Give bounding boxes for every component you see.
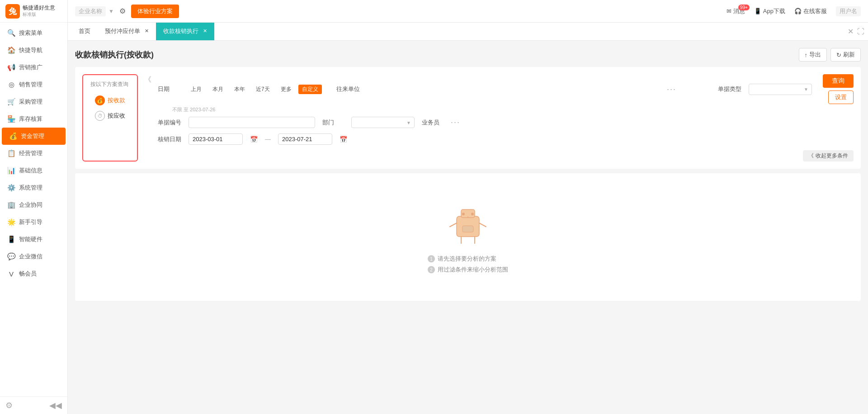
member-icon: V: [7, 270, 15, 278]
tab-receivable-label: 收款核销执行: [163, 27, 198, 35]
sidebar-item-label: 资金管理: [21, 132, 44, 140]
calendar-start-icon[interactable]: 📅: [250, 136, 258, 143]
logo-text: 畅捷通好生意: [23, 5, 55, 12]
expand-tab-button[interactable]: ⛶: [857, 28, 864, 36]
inventory-icon: 🏪: [7, 115, 15, 123]
filter-row-3: 核销日期 📅 — 📅: [158, 133, 854, 145]
solution-button[interactable]: 体验行业方案: [131, 5, 179, 18]
wechat-icon: 💬: [7, 252, 15, 261]
date-hint: 不限 至 2023-07-26: [172, 107, 215, 112]
app-download-button[interactable]: 📱 App下载: [754, 7, 785, 15]
tab-prepay[interactable]: 预付冲应付单 ✕: [98, 23, 156, 40]
tab-receivable[interactable]: 收款核销执行 ✕: [156, 23, 214, 40]
date-last-7days[interactable]: 近7天: [252, 84, 274, 95]
sidebar-item-inventory[interactable]: 🏪 库存核算: [0, 110, 67, 128]
sidebar-item-guide[interactable]: 🌟 新手引导: [0, 214, 67, 231]
close-tab-button[interactable]: ✕: [848, 27, 854, 36]
calendar-end-icon[interactable]: 📅: [340, 136, 347, 143]
message-button[interactable]: ✉ 消息 99+: [726, 7, 745, 15]
sales-icon: ◎: [7, 81, 15, 89]
date-custom-badge: 自定义: [298, 85, 322, 94]
tab-home-label: 首页: [79, 27, 90, 35]
counterparty-dots[interactable]: ···: [667, 85, 676, 94]
tip-num-2: 2: [428, 266, 435, 273]
doc-type-label: 单据类型: [718, 85, 741, 93]
empty-illustration: [445, 200, 491, 246]
sidebar-item-sales[interactable]: ◎ 销售管理: [0, 76, 67, 93]
sidebar-item-label: 搜索菜单: [19, 29, 42, 37]
sidebar-item-enterprise[interactable]: 🏢 企业协同: [0, 196, 67, 214]
online-service-button[interactable]: 🎧 在线客服: [794, 7, 827, 15]
top-header: 企业名称 ▼ ⚙ 体验行业方案 ✉ 消息 99+ 📱 App下载 🎧 在线客服 …: [68, 0, 868, 23]
filter-option-by-receivable[interactable]: ⏱ 按应收: [90, 108, 130, 124]
date-this-year[interactable]: 本年: [230, 84, 249, 95]
export-button[interactable]: ↑ 导出: [799, 48, 827, 62]
search-menu-icon: 🔍: [7, 29, 15, 37]
dept-select[interactable]: [351, 117, 415, 128]
collapse-more-button[interactable]: 《 收起更多条件: [803, 150, 854, 162]
empty-tip-1: 1 请先选择要分析的方案: [428, 255, 508, 263]
sidebar-item-label: 营销推广: [19, 63, 42, 71]
tab-home[interactable]: 首页: [71, 23, 98, 40]
date-label: 日期: [158, 85, 179, 93]
date-more[interactable]: 更多: [277, 84, 296, 95]
date-last-month[interactable]: 上月: [187, 84, 206, 95]
sidebar-item-search-menu[interactable]: 🔍 搜索菜单: [0, 24, 67, 42]
date-this-month[interactable]: 本月: [208, 84, 227, 95]
sidebar-item-wechat[interactable]: 💬 企业微信: [0, 248, 67, 265]
verify-date-end-input[interactable]: [278, 133, 332, 145]
export-icon: ↑: [805, 52, 808, 58]
filter-option-label: 按收款: [108, 96, 125, 105]
staff-dots[interactable]: ···: [451, 118, 460, 127]
app-label: App下载: [763, 7, 785, 15]
filter-collapse-icon[interactable]: 《: [143, 75, 152, 84]
sidebar-item-label: 经营管理: [19, 149, 42, 157]
tab-receivable-close-icon[interactable]: ✕: [203, 28, 207, 34]
sidebar-item-member[interactable]: V 畅会员: [0, 265, 67, 282]
header-brand-area: 企业名称 ▼: [75, 6, 114, 16]
header-brand: 企业名称: [75, 6, 106, 16]
receipt-icon: 💰: [95, 95, 105, 105]
refresh-button[interactable]: ↻ 刷新: [830, 48, 861, 62]
collapse-more-label: 收起更多条件: [816, 152, 848, 160]
doc-type-select[interactable]: [749, 84, 812, 95]
doc-no-label: 单据编号: [158, 119, 181, 127]
svg-line-6: [450, 223, 457, 227]
sidebar-item-hardware[interactable]: 📱 智能硬件: [0, 231, 67, 248]
operations-icon: 📋: [7, 149, 15, 157]
filter-option-by-receipt[interactable]: 💰 按收款: [90, 93, 130, 108]
query-button[interactable]: 查询: [823, 74, 854, 88]
collapse-sidebar-icon[interactable]: ◀◀: [49, 400, 62, 410]
user-info[interactable]: 用户名: [836, 6, 861, 16]
gear-icon[interactable]: ⚙: [119, 7, 126, 15]
message-badge: 99+: [738, 5, 750, 10]
sidebar-item-basic-info[interactable]: 📊 基础信息: [0, 162, 67, 179]
counterparty-label: 往来单位: [336, 86, 360, 92]
setting-button[interactable]: 设置: [828, 90, 854, 104]
sidebar-item-system[interactable]: ⚙️ 系统管理: [0, 179, 67, 196]
sidebar-item-funds[interactable]: 💰 资金管理: [2, 128, 66, 145]
message-icon: ✉: [726, 8, 731, 14]
svg-point-3: [462, 213, 465, 215]
sidebar-item-purchase[interactable]: 🛒 采购管理: [0, 93, 67, 110]
settings-footer-icon[interactable]: ⚙: [5, 400, 13, 410]
enterprise-icon: 🏢: [7, 201, 15, 209]
basic-info-icon: 📊: [7, 167, 15, 175]
sidebar-item-quick-nav[interactable]: 🏠 快捷导航: [0, 42, 67, 59]
sidebar-footer: ⚙ ◀◀: [0, 396, 67, 414]
page-title: 收款核销执行(按收款): [75, 49, 154, 60]
dept-label: 部门: [322, 119, 344, 127]
verify-date-start-input[interactable]: [189, 133, 243, 145]
tip-num-1: 1: [428, 255, 435, 262]
filter-panel: 按以下方案查询 💰 按收款 ⏱ 按应收 《 日期 上月: [75, 67, 861, 169]
sidebar-item-label: 企业协同: [19, 201, 42, 209]
doc-no-input[interactable]: [189, 117, 315, 128]
sidebar-item-marketing[interactable]: 📢 营销推广: [0, 59, 67, 76]
filter-actions: 查询 设置: [819, 74, 854, 104]
logo-sub: 标准版: [23, 11, 55, 18]
tab-prepay-close-icon[interactable]: ✕: [145, 28, 149, 34]
doc-type-select-wrapper: [749, 84, 812, 95]
sidebar-item-operations[interactable]: 📋 经营管理: [0, 145, 67, 162]
system-icon: ⚙️: [7, 184, 15, 192]
page-title-bar: 收款核销执行(按收款) ↑ 导出 ↻ 刷新: [75, 48, 861, 62]
